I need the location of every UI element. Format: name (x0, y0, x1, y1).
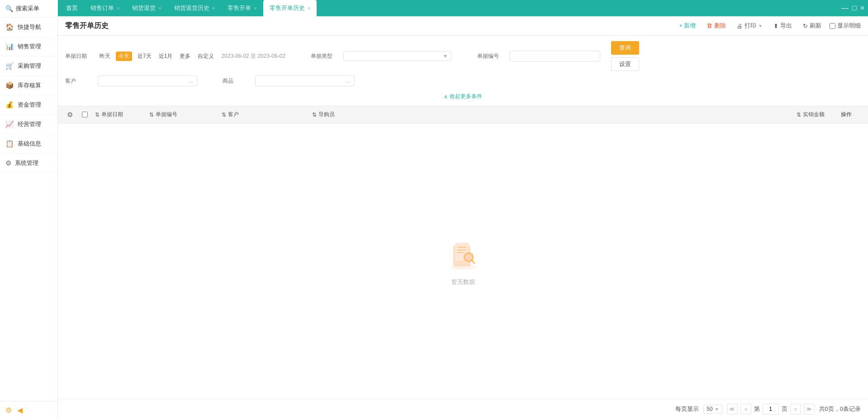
table-header: ⚙ ⇅ 单据日期 ⇅ 单据编号 ⇅ 客户 ⇅ 导购员 ⇅ (58, 106, 868, 123)
select-all-checkbox[interactable] (82, 112, 88, 118)
action-buttons: 查询 设置 (611, 41, 639, 71)
th-amount[interactable]: ⇅ 实销金额 (783, 111, 828, 118)
display-detail-toggle[interactable]: 显示明细 (830, 22, 861, 30)
query-button[interactable]: 查询 (611, 41, 639, 55)
tab-sales-return[interactable]: 销货退货 × (126, 0, 167, 16)
first-page-btn[interactable]: ≪ (727, 404, 738, 414)
add-button[interactable]: + 新增 (676, 20, 698, 32)
tab-retail-open-label: 零售开单 (228, 4, 251, 12)
refresh-button[interactable]: ↻ 刷新 (800, 20, 824, 32)
tab-sales-return-history-close[interactable]: × (212, 5, 215, 11)
sidebar-item-sales-mgmt[interactable]: 📊 销售管理 (0, 37, 57, 56)
sidebar-item-basic-info[interactable]: 📋 基础信息 (0, 134, 57, 154)
display-detail-checkbox[interactable] (830, 23, 835, 29)
doc-type-select[interactable]: ▼ (343, 51, 452, 61)
export-button[interactable]: ⬆ 导出 (771, 20, 795, 32)
tab-sales-return-label: 销货退货 (132, 4, 156, 12)
total-info: 共0页，0条记录 (819, 405, 861, 413)
doc-no-input[interactable] (510, 51, 600, 61)
date-option-today[interactable]: 今天 (116, 52, 132, 61)
maximize-btn[interactable]: □ (852, 4, 857, 12)
collapse-sidebar-icon[interactable]: ◀ (17, 406, 23, 414)
toolbar: 零售开单历史 + 新增 🗑 删除 🖨 打印 ▼ ⬆ 导出 ↻ 刷新 显示明细 (58, 16, 868, 36)
main-area: 首页 销售订单 × 销货退货 × 销货退货历史 × 零售开单 × 零售开单历史 … (58, 0, 868, 419)
date-range-display: 2023-06-02 至 2023-06-02 (221, 52, 285, 60)
tab-home-label: 首页 (66, 4, 78, 12)
home-icon: 🏠 (5, 23, 14, 31)
close-btn[interactable]: × (860, 4, 864, 12)
search-label: 搜索采单 (16, 5, 39, 13)
refresh-label: 刷新 (810, 22, 821, 30)
search-entry[interactable]: 🔍 搜索采单 (0, 0, 57, 18)
th-customer-label: 客户 (228, 111, 239, 118)
page-size-value: 50 (707, 406, 712, 412)
page-size-select[interactable]: 50 ▼ (703, 405, 722, 414)
next-page-btn[interactable]: ＞ (790, 404, 801, 414)
th-date-label: 单据日期 (101, 111, 123, 118)
sidebar-item-system[interactable]: ⚙ 系统管理 (0, 154, 57, 173)
sidebar-item-label: 系统管理 (15, 159, 38, 167)
toolbar-actions: + 新增 🗑 删除 🖨 打印 ▼ ⬆ 导出 ↻ 刷新 显示明细 (676, 20, 861, 32)
goods-ellipsis: ... (346, 78, 351, 84)
cart-icon: 🛒 (5, 62, 14, 70)
settings-button[interactable]: 设置 (611, 57, 639, 71)
prev-page-btn[interactable]: ＜ (740, 404, 751, 414)
sidebar-item-purchase-mgmt[interactable]: 🛒 采购管理 (0, 56, 57, 76)
chart-icon: 📊 (5, 42, 14, 51)
goods-input[interactable]: ... (255, 75, 355, 86)
tab-retail-open-history[interactable]: 零售开单历史 × (263, 0, 317, 16)
tab-sales-order[interactable]: 销售订单 × (84, 0, 126, 16)
sort-icon-guide: ⇅ (312, 112, 317, 118)
date-option-more[interactable]: 更多 (178, 52, 192, 61)
current-page-input[interactable] (763, 404, 779, 414)
tab-retail-open[interactable]: 零售开单 × (221, 0, 263, 16)
tab-sales-return-history[interactable]: 销货退货历史 × (168, 0, 221, 16)
print-button[interactable]: 🖨 打印 ▼ (734, 20, 765, 32)
delete-button[interactable]: 🗑 删除 (704, 20, 729, 32)
th-date[interactable]: ⇅ 单据日期 (91, 111, 146, 118)
customer-input[interactable]: ... (98, 75, 197, 86)
tab-retail-open-history-close[interactable]: × (308, 5, 310, 11)
collapse-button[interactable]: ∧ 收起更多条件 (65, 91, 861, 100)
sidebar-item-inventory[interactable]: 📦 库存核算 (0, 76, 57, 95)
date-option-last7[interactable]: 近7天 (136, 52, 153, 61)
sidebar-item-label: 库存核算 (18, 81, 41, 89)
doc-type-label: 单据类型 (311, 52, 336, 60)
date-option-custom[interactable]: 自定义 (196, 52, 216, 61)
tab-retail-open-close[interactable]: × (254, 5, 256, 11)
minimize-btn[interactable]: — (841, 4, 849, 12)
th-customer[interactable]: ⇅ 客户 (218, 111, 308, 118)
sidebar-item-label: 采购管理 (18, 62, 41, 70)
sidebar-item-operations[interactable]: 📈 经营管理 (0, 115, 57, 134)
tab-home[interactable]: 首页 (60, 0, 84, 16)
doc-icon: 📋 (5, 140, 14, 148)
th-order-no[interactable]: ⇅ 单据编号 (146, 111, 218, 118)
sort-icon-customer: ⇅ (222, 112, 226, 118)
sidebar-item-quick-nav[interactable]: 🏠 快捷导航 (0, 18, 57, 37)
settings-icon[interactable]: ⚙ (5, 406, 12, 414)
money-icon: 💰 (5, 101, 14, 109)
sidebar-item-label: 基础信息 (18, 140, 41, 148)
box-icon: 📦 (5, 81, 14, 89)
date-option-last-month[interactable]: 近1月 (157, 52, 175, 61)
date-option-yesterday[interactable]: 昨天 (98, 52, 112, 61)
tab-sales-return-close[interactable]: × (158, 5, 161, 11)
th-guide[interactable]: ⇅ 导购员 (308, 111, 363, 118)
print-icon: 🖨 (737, 23, 743, 29)
sidebar-item-finance[interactable]: 💰 资金管理 (0, 95, 57, 115)
th-op-label: 操作 (841, 111, 852, 118)
tab-sales-order-label: 销售订单 (90, 4, 114, 12)
table-select-all[interactable] (78, 112, 91, 118)
export-icon: ⬆ (773, 23, 778, 29)
last-page-btn[interactable]: ≫ (804, 404, 815, 414)
sidebar-item-label: 经营管理 (18, 120, 41, 128)
table-settings-icon[interactable]: ⚙ (62, 111, 78, 119)
tab-sales-order-close[interactable]: × (117, 5, 119, 11)
th-order-no-label: 单据编号 (156, 111, 177, 118)
collapse-label: 收起更多条件 (450, 93, 482, 100)
filter-area: 单据日期 昨天 今天 近7天 近1月 更多 自定义 2023-06-02 至 2… (58, 36, 868, 106)
gear-icon: ⚙ (5, 159, 11, 167)
print-label: 打印 (745, 22, 756, 30)
window-controls: — □ × (841, 0, 864, 16)
date-options: 昨天 今天 近7天 近1月 更多 自定义 2023-06-02 至 2023-0… (98, 52, 285, 61)
